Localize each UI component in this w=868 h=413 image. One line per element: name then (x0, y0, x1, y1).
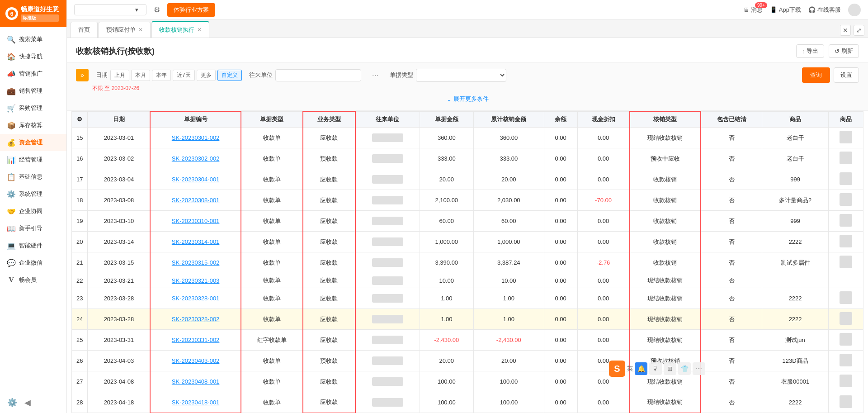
cell-doc-no[interactable]: SK-20230310-001 (150, 211, 241, 232)
messages-action[interactable]: 🖥 消息 99+ (743, 6, 763, 14)
cell-doc-no[interactable]: SK-20230302-002 (150, 148, 241, 169)
table-row: 18 2023-03-08 SK-20230308-001 收款单 应收款 2,… (72, 190, 863, 211)
expand-tab-button[interactable]: ⤢ (854, 25, 864, 36)
table-container[interactable]: ⚙ 日期 单据编号 单据类型 业务类型 往来单位 单据金额 累计核销金额 余额 … (67, 111, 868, 413)
cell-write-off-type: 现结收款核销 (630, 288, 701, 309)
cell-amount: 20.00 (420, 351, 473, 371)
tab-close-prepay[interactable]: ✕ (138, 27, 143, 33)
filter-date-item: 日期 上月 本月 本年 近7天 更多 自定义 (96, 70, 242, 81)
cell-discount: 0.00 (577, 392, 630, 413)
cell-doc-no[interactable]: SK-20230321-003 (150, 273, 241, 288)
cell-doc-no[interactable]: SK-20230328-002 (150, 309, 241, 330)
cell-cumulative: 60.00 (473, 211, 544, 232)
th-product: 商品 (762, 111, 829, 128)
date-custom-btn[interactable]: 自定义 (217, 70, 242, 81)
cell-no: 19 (72, 211, 88, 232)
sidebar-item-marketing[interactable]: 📣 营销推广 (0, 65, 66, 82)
sidebar-item-basic[interactable]: 📋 基础信息 (0, 168, 66, 185)
cell-doc-no[interactable]: SK-20230308-001 (150, 190, 241, 211)
cell-included: 否 (701, 169, 762, 190)
cell-product: 999 (762, 211, 829, 232)
s-mic-icon[interactable]: 🎙 (649, 362, 662, 375)
expand-more-link[interactable]: ⌄ 展开更多条件 (447, 95, 489, 103)
sidebar-item-quicknav[interactable]: 🏠 快捷导航 (0, 48, 66, 65)
topbar-actions: 🖥 消息 99+ 📱 App下载 🎧 在线客服 (743, 4, 861, 16)
partner-input[interactable] (275, 69, 361, 81)
tab-collection-verify[interactable]: 收款核销执行 ✕ (151, 21, 209, 38)
sidebar-item-guide[interactable]: 📖 新手引导 (0, 220, 66, 237)
settings-button[interactable]: 设置 (834, 67, 859, 83)
cell-included: 否 (701, 128, 762, 148)
cell-doc-type: 收款单 (241, 351, 303, 371)
export-button[interactable]: ↑ 导出 (796, 44, 825, 58)
date-7days-btn[interactable]: 近7天 (173, 70, 195, 81)
th-date: 日期 (88, 111, 150, 128)
filter-dots[interactable]: ··· (368, 71, 382, 80)
collab-icon: 🤝 (7, 207, 15, 215)
s-shirt-icon[interactable]: 👕 (678, 362, 691, 375)
s-blue-icon[interactable]: 🔔 (635, 362, 647, 375)
cell-partner (355, 288, 420, 309)
cell-doc-no[interactable]: SK-20230301-002 (150, 128, 241, 148)
chevron-down-icon: ⌄ (447, 96, 452, 103)
date-this-year-btn[interactable]: 本年 (152, 70, 171, 81)
sidebar-item-hardware[interactable]: 💻 智能硬件 (0, 237, 66, 254)
cell-doc-no[interactable]: SK-20230304-001 (150, 169, 241, 190)
date-this-month-btn[interactable]: 本月 (131, 70, 150, 81)
cell-doc-no[interactable]: SK-20230408-001 (150, 371, 241, 392)
cell-discount: -2.76 (577, 252, 630, 273)
cell-doc-no[interactable]: SK-20230315-002 (150, 252, 241, 273)
sidebar-item-operations[interactable]: 📊 经营管理 (0, 151, 66, 168)
cell-cumulative: 333.00 (473, 148, 544, 169)
th-doc-type: 单据类型 (241, 111, 303, 128)
close-tab-button[interactable]: ✕ (840, 25, 851, 36)
system-icon: ⚙️ (7, 190, 15, 198)
online-service-action[interactable]: 🎧 在线客服 (808, 6, 841, 14)
solution-button[interactable]: 体验行业方案 (167, 3, 215, 17)
sidebar-item-system[interactable]: ⚙️ 系统管理 (0, 185, 66, 203)
cell-balance: 0.00 (544, 351, 577, 371)
refresh-button[interactable]: ↺ 刷新 (829, 44, 859, 58)
sidebar-item-vip[interactable]: V 畅会员 (0, 271, 66, 289)
message-icon: 🖥 (743, 6, 749, 13)
app-download-action[interactable]: 📱 App下载 (770, 6, 801, 14)
sidebar-item-inventory[interactable]: 📦 库存核算 (0, 117, 66, 134)
cell-product: 2222 (762, 309, 829, 330)
s-grid-icon[interactable]: ⊞ (664, 362, 676, 375)
sidebar-item-search[interactable]: 🔍 搜索菜单 (0, 31, 66, 48)
tab-home[interactable]: 首页 (71, 22, 98, 38)
th-amount: 单据金额 (420, 111, 473, 128)
cell-doc-no[interactable]: SK-20230314-001 (150, 232, 241, 252)
gear-icon[interactable]: ⚙ (150, 3, 164, 17)
tab-prepay-order[interactable]: 预销应付单 ✕ (99, 22, 151, 38)
sidebar-item-finance[interactable]: 💰 资金管理 (0, 134, 66, 151)
sidebar-item-wxwork[interactable]: 💬 企业微信 (0, 254, 66, 271)
scenario-selector[interactable]: ▾ (74, 4, 146, 15)
sidebar-item-collab[interactable]: 🤝 企业协同 (0, 203, 66, 220)
cell-doc-no[interactable]: SK-20230331-002 (150, 330, 241, 351)
cell-doc-no[interactable]: SK-20230403-002 (150, 351, 241, 371)
date-more-btn[interactable]: 更多 (197, 70, 216, 81)
table-header-row: ⚙ 日期 单据编号 单据类型 业务类型 往来单位 单据金额 累计核销金额 余额 … (72, 111, 863, 128)
cell-doc-no[interactable]: SK-20230328-001 (150, 288, 241, 309)
cell-product-img (828, 169, 863, 190)
doc-type-select[interactable] (416, 69, 506, 82)
cell-doc-no[interactable]: SK-20230418-001 (150, 392, 241, 413)
table-row: 27 2023-04-08 SK-20230408-001 收款单 应收款 10… (72, 371, 863, 392)
page-title: 收款核销执行(按收款) (76, 46, 155, 57)
collapse-icon[interactable]: ◀ (24, 398, 31, 408)
query-button[interactable]: 查询 (802, 67, 830, 83)
date-last-month-btn[interactable]: 上月 (110, 70, 129, 81)
filter-expand-button[interactable]: » (76, 69, 89, 81)
sidebar-item-sales[interactable]: 💼 销售管理 (0, 82, 66, 100)
tab-close-collection[interactable]: ✕ (197, 27, 202, 33)
cell-balance: 0.00 (544, 232, 577, 252)
user-avatar[interactable] (848, 4, 861, 16)
sidebar-item-purchase[interactable]: 🛒 采购管理 (0, 100, 66, 117)
cell-biz-type: 应收款 (303, 169, 355, 190)
th-settings[interactable]: ⚙ (72, 111, 88, 128)
settings-bottom-icon[interactable]: ⚙️ (7, 398, 17, 408)
cell-amount: 2,100.00 (420, 190, 473, 211)
s-apps-icon[interactable]: ⋯ (693, 362, 705, 375)
cell-product (762, 273, 829, 288)
